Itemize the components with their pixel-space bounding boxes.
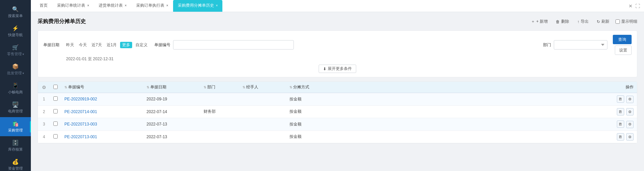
display-label: 显示明细 bbox=[621, 19, 637, 24]
doc-num-input[interactable] bbox=[173, 40, 294, 50]
column-settings-icon[interactable]: ⚙ bbox=[42, 85, 46, 90]
query-button[interactable]: 查询 bbox=[613, 35, 632, 44]
dept-cell bbox=[200, 131, 239, 143]
row-check-cell[interactable] bbox=[50, 93, 61, 106]
settings-button[interactable]: 设置 bbox=[615, 46, 632, 55]
tab-purchase-exec[interactable]: 采购订单执行表 × bbox=[131, 0, 173, 12]
delete-icon: 🗑 bbox=[556, 19, 560, 24]
add-button[interactable]: ＋ + 新增 bbox=[529, 17, 550, 26]
expand-icon: ⬇ bbox=[323, 67, 326, 71]
display-toggle[interactable]: 显示明细 bbox=[615, 19, 637, 24]
table-header-row: ⚙ 单据编号 单据日期 部门 经手人 分摊方式 操作 bbox=[38, 82, 637, 93]
tab-label: 采购费用分摊单历史 bbox=[178, 3, 214, 8]
tab-home-label: 首页 bbox=[40, 3, 48, 8]
display-checkbox[interactable] bbox=[615, 19, 620, 24]
page-title-bar: 采购费用分摊单历史 ＋ + 新增 🗑 删除 ↑ 导出 ↻ 刷新 bbox=[38, 17, 637, 26]
method-cell: 按金额 bbox=[286, 105, 586, 118]
tab-label: 采购订单执行表 bbox=[136, 3, 164, 8]
row-check-cell[interactable] bbox=[50, 105, 61, 118]
refresh-button[interactable]: ↻ 刷新 bbox=[595, 17, 611, 26]
doc-num-link[interactable]: PE-20220713-003 bbox=[64, 122, 97, 126]
tab-close-icon[interactable]: × bbox=[166, 4, 168, 7]
sidebar-item-purchase[interactable]: 🛍️ 采购管理 bbox=[0, 117, 31, 136]
ecom-small-icon: 📱 bbox=[1, 82, 30, 89]
sidebar-item-label: 零售管理 bbox=[1, 52, 30, 57]
row-checkbox[interactable] bbox=[53, 96, 58, 101]
th-handler[interactable]: 经手人 bbox=[239, 82, 286, 93]
export-button[interactable]: ↑ 导出 bbox=[575, 17, 591, 26]
finance-icon: 💰 bbox=[1, 159, 30, 165]
shortcut-1month[interactable]: 近1月 bbox=[105, 42, 118, 48]
export-icon: ↑ bbox=[577, 19, 579, 24]
sidebar: 🔍 搜索菜单 ⚡ 快捷导航 🛒 零售管理 📦 批发管理 📱 小畅电商 🖥️ 电商… bbox=[0, 0, 31, 171]
table-row: 2 PE-20220714-001 2022-07-14 财务部 按金额 🖹 ⚙ bbox=[38, 105, 637, 118]
method-cell: 按金额 bbox=[286, 131, 586, 143]
sidebar-item-finance[interactable]: 💰 资金管理 bbox=[0, 155, 31, 171]
tab-close-icon[interactable]: × bbox=[87, 4, 89, 7]
filter-row-1: 单据日期 昨天 今天 近7天 近1月 更多 自定义 单据编号 部门 bbox=[43, 35, 632, 55]
page-content: 采购费用分摊单历史 ＋ + 新增 🗑 删除 ↑ 导出 ↻ 刷新 bbox=[31, 12, 644, 171]
doc-num-link[interactable]: PE-20220714-001 bbox=[64, 109, 97, 114]
sidebar-item-wholesale[interactable]: 📦 批发管理 bbox=[0, 60, 31, 79]
sidebar-item-label: 快捷导航 bbox=[8, 33, 23, 37]
view-button[interactable]: 🖹 bbox=[617, 95, 624, 103]
tab-inbound-stat[interactable]: 进货单统计表 × bbox=[94, 0, 131, 12]
page-title: 采购费用分摊单历史 bbox=[38, 18, 86, 25]
sidebar-item-shortcut[interactable]: ⚡ 快捷导航 bbox=[0, 22, 31, 41]
th-check[interactable] bbox=[50, 82, 61, 93]
doc-num-label: 单据编号 bbox=[154, 42, 170, 48]
tab-home[interactable]: 首页 bbox=[35, 0, 52, 12]
th-method[interactable]: 分摊方式 bbox=[286, 82, 586, 93]
doc-num-link[interactable]: PE-20220713-001 bbox=[64, 135, 97, 139]
tab-close-icon[interactable]: × bbox=[216, 4, 218, 7]
method-cell: 按金额 bbox=[286, 93, 586, 106]
shortcut-today[interactable]: 今天 bbox=[77, 42, 88, 48]
th-dept[interactable]: 部门 bbox=[200, 82, 239, 93]
table-row: 3 PE-20220713-003 2022-07-13 按金额 🖹 ⚙ bbox=[38, 118, 637, 131]
shortcut-icon: ⚡ bbox=[1, 25, 30, 31]
th-doc-date[interactable]: 单据日期 bbox=[143, 82, 200, 93]
row-check-cell[interactable] bbox=[50, 131, 61, 143]
sidebar-item-label: 采购管理 bbox=[8, 128, 23, 132]
action-cell: 🖹 ⚙ bbox=[586, 118, 637, 131]
sidebar-item-inventory[interactable]: 🗄️ 库存核算 bbox=[0, 136, 31, 155]
row-check-cell[interactable] bbox=[50, 118, 61, 131]
dept-label: 部门 bbox=[543, 42, 551, 48]
tab-close-all-button[interactable]: ✕ bbox=[629, 3, 633, 9]
shortcut-custom[interactable]: 自定义 bbox=[134, 42, 149, 48]
sidebar-item-label: 库存核算 bbox=[8, 147, 23, 151]
tab-close-icon[interactable]: × bbox=[125, 4, 127, 7]
sidebar-item-search[interactable]: 🔍 搜索菜单 bbox=[0, 3, 31, 22]
shortcut-yesterday[interactable]: 昨天 bbox=[65, 42, 75, 48]
shortcut-more[interactable]: 更多 bbox=[120, 42, 132, 48]
doc-num-link[interactable]: PE-20220919-002 bbox=[64, 97, 97, 101]
more-button[interactable]: ⚙ bbox=[626, 121, 634, 128]
dept-select[interactable] bbox=[554, 40, 607, 50]
tab-purchase-order-stat[interactable]: 采购订单统计表 × bbox=[52, 0, 94, 12]
doc-date-cell: 2022-07-13 bbox=[143, 131, 200, 143]
delete-button[interactable]: 🗑 删除 bbox=[554, 17, 571, 26]
row-checkbox[interactable] bbox=[53, 109, 58, 113]
sidebar-item-retail[interactable]: 🛒 零售管理 bbox=[0, 41, 31, 60]
th-doc-num[interactable]: 单据编号 bbox=[61, 82, 143, 93]
expand-conditions-button[interactable]: ⬇ 展开更多条件 bbox=[319, 65, 356, 73]
tab-purchase-fee-hist[interactable]: 采购费用分摊单历史 × bbox=[173, 0, 223, 12]
select-all-checkbox[interactable] bbox=[53, 85, 58, 89]
sidebar-item-ecom-small[interactable]: 📱 小畅电商 bbox=[0, 79, 31, 98]
th-settings[interactable]: ⚙ bbox=[38, 82, 50, 93]
row-checkbox[interactable] bbox=[53, 134, 58, 139]
row-checkbox[interactable] bbox=[53, 121, 58, 126]
more-button[interactable]: ⚙ bbox=[626, 108, 634, 115]
view-button[interactable]: 🖹 bbox=[617, 120, 624, 128]
doc-date-cell: 2022-07-13 bbox=[143, 118, 200, 131]
tab-maximize-button[interactable]: ⛶ bbox=[635, 3, 640, 9]
filter-area: 单据日期 昨天 今天 近7天 近1月 更多 自定义 单据编号 部门 bbox=[38, 30, 637, 77]
shortcut-7days[interactable]: 近7天 bbox=[90, 42, 103, 48]
view-button[interactable]: 🖹 bbox=[617, 108, 624, 115]
delete-label: 删除 bbox=[561, 19, 569, 24]
wholesale-icon: 📦 bbox=[1, 63, 30, 70]
sidebar-item-ecom[interactable]: 🖥️ 电商管理 bbox=[0, 98, 31, 117]
more-button[interactable]: ⚙ bbox=[626, 96, 634, 103]
view-button[interactable]: 🖹 bbox=[617, 133, 624, 141]
more-button[interactable]: ⚙ bbox=[626, 133, 634, 141]
